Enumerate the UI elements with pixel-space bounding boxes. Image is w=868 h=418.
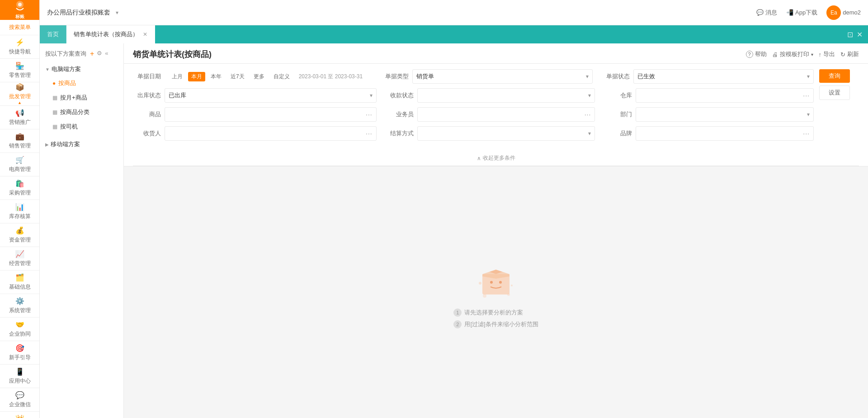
help-btn[interactable]: ? 帮助 <box>746 50 767 58</box>
receiver-control[interactable]: ··· <box>165 126 377 141</box>
refresh-btn[interactable]: ↻ 刷新 <box>840 50 859 58</box>
sidebar-item-sales[interactable]: 💼 销售管理 <box>0 129 39 153</box>
doc-type-control[interactable]: 销货单 ▾ <box>412 69 593 84</box>
hint-text-1: 请先选择要分析的方案 <box>464 309 523 317</box>
this-month-btn[interactable]: 本月 <box>188 72 205 81</box>
by-month-product-icon: ▦ <box>52 95 57 101</box>
settings-btn[interactable]: 设置 <box>819 86 850 100</box>
sidebar-item-system[interactable]: ⚙️ 系统管理 <box>0 294 39 318</box>
warehouse-label: 仓库 <box>604 91 636 100</box>
doc-status-control[interactable]: 已生效 ▾ <box>633 69 814 84</box>
page-title: 销货单统计表(按商品) <box>133 49 212 60</box>
app-download-icon: 📲 <box>786 9 793 16</box>
refresh-label: 刷新 <box>847 50 859 58</box>
export-btn[interactable]: ↑ 导出 <box>819 50 835 58</box>
sidebar-item-enterprise[interactable]: 🤝 企业协同 <box>0 318 39 341</box>
sidebar-item-marketing[interactable]: 📢 营销推广 <box>0 106 39 129</box>
warehouse-control[interactable]: ··· <box>636 88 814 103</box>
product-control[interactable]: ··· <box>165 107 377 122</box>
sidebar-quick-nav[interactable]: ⚡ 快捷导航 <box>0 35 39 59</box>
last-month-btn[interactable]: 上月 <box>168 72 186 81</box>
receipt-status-control[interactable]: ▾ <box>417 88 595 103</box>
message-btn[interactable]: 💬 消息 <box>756 9 777 17</box>
sidebar-item-basic[interactable]: 🗂️ 基础信息 <box>0 271 39 294</box>
empty-hint-2: 2 用[过滤]条件来缩小分析范围 <box>453 320 538 328</box>
scheme-by-product[interactable]: ● 按商品 <box>40 76 123 90</box>
svg-point-5 <box>490 281 493 284</box>
sidebar-corpwechat-label: 企业微信 <box>9 401 31 408</box>
user-btn[interactable]: Ea demo2 <box>826 5 861 20</box>
tab-home[interactable]: 首页 <box>40 25 66 43</box>
sidebar-item-member[interactable]: 👑 畅会员 <box>0 412 39 418</box>
doc-status-value: 已生效 <box>637 72 807 81</box>
by-customer-label: 按司机 <box>60 123 78 131</box>
top-nav-left: 办公用品行业模拟账套 ▾ <box>47 9 118 17</box>
ecommerce-icon: 🛒 <box>15 156 24 164</box>
sidebar-basic-label: 基础信息 <box>9 283 31 291</box>
collapse-btn[interactable]: ∧ 收起更多条件 <box>477 154 515 162</box>
app-download-label: App下载 <box>795 9 817 17</box>
wholesale-icon: 📦 <box>15 83 24 91</box>
scheme-by-customer[interactable]: ▦ 按司机 <box>40 119 123 134</box>
receipt-status-arrow: ▾ <box>588 92 591 99</box>
sidebar-wholesale-label: 批发管理 <box>9 93 31 100</box>
scheme-by-month-product[interactable]: ▦ 按月+商品 <box>40 90 123 105</box>
print-dropdown-arrow[interactable]: ▾ <box>811 52 813 57</box>
mobile-scheme-parent[interactable]: ▶ 移动端方案 <box>40 138 123 151</box>
date-shortcuts: 上月 本月 本年 近7天 更多 自定义 <box>168 72 293 81</box>
sidebar-item-appcenter[interactable]: 📱 应用中心 <box>0 365 39 388</box>
retail-icon: 🏪 <box>15 62 24 70</box>
collapse-arrow-icon: ∧ <box>477 155 481 162</box>
this-year-btn[interactable]: 本年 <box>207 72 225 81</box>
left-panel-header: 按以下方案查询 + ⚙ « <box>40 47 123 61</box>
svg-point-8 <box>511 285 513 286</box>
salesman-control[interactable]: ··· <box>417 107 595 122</box>
avatar-text: Ea <box>830 10 837 16</box>
query-btn[interactable]: 查询 <box>819 69 850 83</box>
out-status-control[interactable]: 已出库 ▾ <box>165 88 377 103</box>
tab-report[interactable]: 销售单统计表（按商品） ✕ <box>66 25 155 43</box>
sidebar-item-corpwechat[interactable]: 💬 企业微信 <box>0 388 39 412</box>
inventory-icon: 📊 <box>15 203 24 211</box>
app-title-dropdown[interactable]: ▾ <box>116 10 118 16</box>
by-month-product-label: 按月+商品 <box>60 94 87 102</box>
left-panel-title: 按以下方案查询 <box>45 50 86 58</box>
last-7-days-btn[interactable]: 近7天 <box>227 72 248 81</box>
tabs-bar: 首页 销售单统计表（按商品） ✕ ⊡ ✕ <box>40 25 868 43</box>
dept-control[interactable]: ▾ <box>636 107 814 122</box>
sidebar-item-finance[interactable]: 💰 资金管理 <box>0 223 39 247</box>
desktop-scheme-parent[interactable]: ▼ 电脑端方案 <box>40 62 123 76</box>
scheme-by-category[interactable]: ▦ 按商品分类 <box>40 105 123 119</box>
sidebar-system-label: 系统管理 <box>9 307 31 314</box>
custom-btn[interactable]: 自定义 <box>270 72 293 81</box>
tab-close-btn[interactable]: ✕ <box>143 31 147 38</box>
top-nav: 办公用品行业模拟账套 ▾ 💬 消息 📲 App下载 Ea demo2 <box>40 0 868 25</box>
settlement-control[interactable]: ▾ <box>417 126 595 141</box>
sidebar-quick-nav-label: 快捷导航 <box>9 48 31 56</box>
template-print-btn[interactable]: 🖨 按模板打印 ▾ <box>772 50 813 58</box>
sidebar-item-newguide[interactable]: 🎯 新手引导 <box>0 341 39 365</box>
more-btn[interactable]: 更多 <box>250 72 268 81</box>
sidebar-item-ecommerce[interactable]: 🛒 电商管理 <box>0 153 39 176</box>
brand-control[interactable]: ··· <box>636 126 814 141</box>
data-area: 1 请先选择要分析的方案 2 用[过滤]条件来缩小分析范围 <box>124 166 868 418</box>
app-download-btn[interactable]: 📲 App下载 <box>786 9 817 17</box>
sidebar-marketing-label: 营销推广 <box>9 119 31 126</box>
add-scheme-btn[interactable]: + <box>90 50 94 58</box>
by-category-icon: ▦ <box>52 109 57 115</box>
sidebar-item-wholesale[interactable]: 📦 批发管理 ▲ <box>0 82 39 106</box>
restore-window-btn[interactable]: ⊡ <box>847 30 853 39</box>
panel-collapse-btn[interactable]: « <box>105 50 108 58</box>
sidebar-item-purchase[interactable]: 🛍️ 采购管理 <box>0 176 39 200</box>
close-window-btn[interactable]: ✕ <box>857 30 863 39</box>
left-panel: 按以下方案查询 + ⚙ « ▼ 电脑端方案 ● 按商品 ▦ 按月 <box>40 43 124 418</box>
sidebar-purchase-label: 采购管理 <box>9 189 31 197</box>
settlement-arrow: ▾ <box>588 130 591 137</box>
sidebar-item-operation[interactable]: 📈 经营管理 <box>0 247 39 271</box>
sidebar-item-retail[interactable]: 🏪 零售管理 <box>0 59 39 82</box>
sidebar-item-inventory[interactable]: 📊 库存核算 <box>0 200 39 223</box>
search-menu[interactable]: 搜索菜单 <box>0 20 39 35</box>
scheme-settings-btn[interactable]: ⚙ <box>97 50 102 58</box>
product-label: 商品 <box>133 110 165 119</box>
marketing-icon: 📢 <box>15 109 24 117</box>
